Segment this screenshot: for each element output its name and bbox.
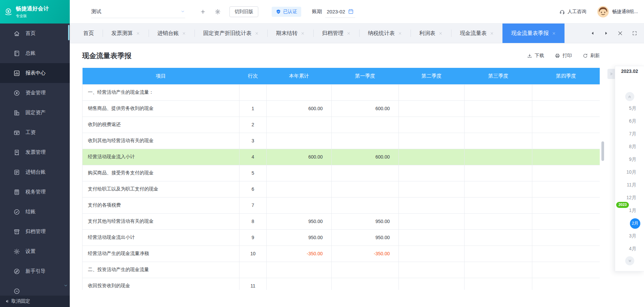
- tab-close-icon[interactable]: [136, 32, 140, 35]
- main-content: 现金流量表季报 下载 打印 刷新 项目行次本年累计第一季度第二季度第三季度第四季…: [70, 43, 644, 307]
- tab-close-icon[interactable]: [552, 32, 556, 35]
- months-scroll-up-button[interactable]: [625, 92, 634, 101]
- sidebar-item-general-ledger[interactable]: 总账: [0, 43, 70, 63]
- line-number-cell: [239, 84, 267, 100]
- month-item-6[interactable]: 10月: [615, 166, 644, 179]
- tab-close-icon[interactable]: [182, 32, 186, 35]
- tab-archive[interactable]: 归档管理: [313, 24, 359, 43]
- gear-icon[interactable]: [215, 9, 221, 15]
- line-number-cell: 1: [239, 100, 267, 117]
- value-cell: [399, 213, 465, 229]
- tab-close-icon[interactable]: [255, 32, 259, 35]
- table-row[interactable]: 经营活动现金流出小计9950.00950.00: [83, 229, 600, 246]
- sidebar-item-funds[interactable]: 资金管理: [0, 83, 70, 103]
- value-cell: [399, 262, 465, 278]
- tab-home[interactable]: 首页: [74, 24, 103, 43]
- unpin-button[interactable]: 取消固定: [0, 296, 70, 307]
- support-button[interactable]: 人工咨询: [559, 9, 586, 15]
- tab-bar: 首页发票测算进销台账固定资产折旧统计表期末结转归档管理纳税统计表利润表现金流量表…: [70, 24, 644, 43]
- value-cell: [332, 84, 399, 100]
- sidebar-scroll-down-icon[interactable]: [63, 283, 68, 288]
- tab-label: 发票测算: [111, 30, 133, 37]
- table-row[interactable]: 一、经营活动产生的现金流量：: [83, 84, 600, 100]
- months-scroll-down-button[interactable]: [625, 256, 634, 265]
- report-actions: 下载 打印 刷新: [527, 53, 600, 59]
- month-item-5[interactable]: 9月: [615, 153, 644, 166]
- user-name[interactable]: 畅捷通B组...: [612, 9, 638, 15]
- tab-cash-flow[interactable]: 现金流量表: [451, 24, 502, 43]
- sidebar-item-tax[interactable]: 税务管理: [0, 182, 70, 202]
- tab-period-end-carryover[interactable]: 期末结转: [267, 24, 313, 43]
- print-button[interactable]: 打印: [555, 53, 572, 59]
- table-row[interactable]: 二、投资活动产生的现金流量: [83, 262, 600, 278]
- tab-close-icon[interactable]: [439, 32, 442, 35]
- month-item-2[interactable]: 6月: [615, 115, 644, 128]
- value-cell: [332, 133, 399, 149]
- sidebar-item-invoice[interactable]: 发票管理: [0, 142, 70, 162]
- table-row[interactable]: 收回投资收到的现金11: [83, 278, 600, 290]
- month-item-1[interactable]: 5月: [615, 102, 644, 115]
- download-button[interactable]: 下载: [527, 53, 544, 59]
- refresh-button[interactable]: 刷新: [583, 53, 600, 59]
- tab-close-icon[interactable]: [398, 32, 402, 35]
- tab-purchase-sales-ledger[interactable]: 进销台账: [149, 24, 195, 43]
- tab-fixed-asset-depreciation[interactable]: 固定资产折旧统计表: [195, 24, 267, 43]
- value-cell: [532, 117, 600, 133]
- value-cell: [399, 165, 465, 181]
- avatar[interactable]: [597, 6, 609, 18]
- table-row[interactable]: 收到的税费返还2: [83, 117, 600, 133]
- sidebar-item-home[interactable]: 首页: [0, 24, 70, 43]
- sidebar-scrollbar[interactable]: [68, 25, 69, 40]
- line-number-cell: 5: [239, 165, 267, 181]
- sidebar-item-archive[interactable]: 归档管理: [0, 222, 70, 242]
- fullscreen-icon[interactable]: [632, 31, 637, 36]
- table-row[interactable]: 销售商品、提供劳务收到的现金1600.00600.00: [83, 100, 600, 117]
- table-row[interactable]: 经营活动产生的现金流量净额10-350.00-350.00: [83, 246, 600, 262]
- close-icon[interactable]: [617, 30, 623, 36]
- tab-close-icon[interactable]: [490, 32, 494, 35]
- tab-tax-statistics[interactable]: 纳税统计表: [359, 24, 411, 43]
- month-item-10[interactable]: 2月: [615, 217, 644, 230]
- table-scrollbar[interactable]: [601, 141, 604, 161]
- tab-cash-flow-quarterly[interactable]: 现金流量表季报: [502, 24, 565, 43]
- month-item-12[interactable]: 4月: [615, 243, 644, 255]
- table-row[interactable]: 收到其他与经营活动有关的现金3: [83, 133, 600, 149]
- sidebar-item-payroll[interactable]: 工资: [0, 123, 70, 142]
- item-cell: 购买商品、接受劳务支付的现金: [83, 165, 239, 181]
- value-cell: [332, 117, 399, 133]
- account-set-select[interactable]: 测试: [91, 5, 185, 18]
- tab-income-statement[interactable]: 利润表: [411, 24, 451, 43]
- tab-close-icon[interactable]: [347, 32, 351, 35]
- table-row[interactable]: 购买商品、接受劳务支付的现金5: [83, 165, 600, 181]
- table-row[interactable]: 支付其他与经营活动有关的现金8950.00950.00: [83, 213, 600, 229]
- period-picker[interactable]: 2023-02: [325, 6, 355, 18]
- value-cell: [465, 149, 532, 165]
- sidebar-item-partial[interactable]: [0, 281, 70, 296]
- month-item-3[interactable]: 7月: [615, 128, 644, 140]
- collapse-month-panel-button[interactable]: [607, 69, 615, 79]
- month-item-11[interactable]: 3月: [615, 230, 644, 243]
- sidebar-item-settings[interactable]: 设置: [0, 242, 70, 261]
- sidebar-item-label: 报表中心: [25, 70, 46, 76]
- tax-icon: [13, 189, 20, 195]
- tab-label: 首页: [83, 30, 94, 37]
- tab-scroll-left-button[interactable]: [590, 31, 595, 36]
- month-item-7[interactable]: 11月: [615, 179, 644, 191]
- sidebar-item-fixed-assets[interactable]: 固定资产: [0, 103, 70, 123]
- add-account-set-button[interactable]: [200, 9, 206, 15]
- page-title: 现金流量表季报: [82, 51, 131, 60]
- sidebar-item-purchase-sales[interactable]: 进销台账: [0, 162, 70, 182]
- table-row[interactable]: 支付给职工以及为职工支付的现金6: [83, 181, 600, 197]
- month-item-4[interactable]: 8月: [615, 140, 644, 153]
- sidebar-item-guide[interactable]: 新手引导: [0, 261, 70, 281]
- sidebar-item-closing[interactable]: 结账: [0, 202, 70, 222]
- table-row[interactable]: 经营活动现金流入小计4600.00600.00: [83, 149, 600, 165]
- tab-close-icon[interactable]: [301, 32, 305, 35]
- table-row[interactable]: 支付的各项税费7: [83, 197, 600, 213]
- tab-scroll-right-button[interactable]: [604, 31, 608, 36]
- tab-invoice-estimate[interactable]: 发票测算: [103, 24, 149, 43]
- report-center-icon: [13, 70, 20, 77]
- value-cell: [532, 278, 600, 290]
- sidebar-item-report-center[interactable]: 报表中心: [0, 63, 70, 83]
- switch-old-version-button[interactable]: 切到旧版: [229, 6, 258, 17]
